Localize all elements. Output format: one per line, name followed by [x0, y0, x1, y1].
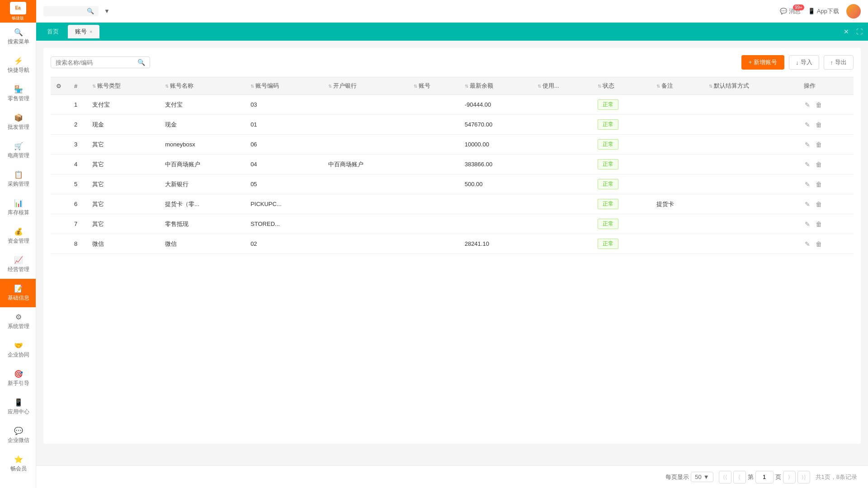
- sidebar-item-purchase[interactable]: 📋采购管理: [0, 165, 36, 193]
- page-next-btn[interactable]: ⟩: [783, 471, 796, 483]
- row-name: 零售抵现: [160, 214, 245, 234]
- col-usage[interactable]: ⇅使用...: [532, 77, 592, 95]
- sidebar-icon-basic-info: 📝: [14, 284, 23, 293]
- col-balance[interactable]: ⇅最新余额: [459, 77, 532, 95]
- sidebar-icon-quick-nav: ⚡: [14, 56, 23, 65]
- edit-button[interactable]: ✎: [804, 140, 811, 149]
- sidebar-item-search-menu[interactable]: 🔍搜索菜单: [0, 23, 36, 51]
- col-settings[interactable]: ⚙: [51, 77, 69, 95]
- sidebar-item-ecommerce[interactable]: 🛒电商管理: [0, 136, 36, 165]
- avatar[interactable]: [846, 4, 861, 19]
- page-first-btn[interactable]: ⟨⟨: [719, 471, 731, 483]
- search-input[interactable]: [56, 59, 135, 66]
- sidebar-item-retail[interactable]: 🏪零售管理: [0, 80, 36, 108]
- delete-button[interactable]: 🗑: [815, 160, 823, 169]
- row-code: 01: [245, 115, 323, 135]
- row-name: 大新银行: [160, 174, 245, 194]
- sidebar-item-app-center[interactable]: 📱应用中心: [0, 393, 36, 421]
- row-account: [408, 234, 459, 254]
- logo-text: 畅捷版: [12, 15, 24, 21]
- edit-button[interactable]: ✎: [804, 200, 811, 209]
- col-bank[interactable]: ⇅开户银行: [323, 77, 408, 95]
- sidebar-item-guide[interactable]: 🎯新手引导: [0, 364, 36, 393]
- edit-button[interactable]: ✎: [804, 180, 811, 189]
- delete-button[interactable]: 🗑: [815, 200, 823, 209]
- sidebar-item-system[interactable]: ⚙系统管理: [0, 307, 36, 336]
- toolbar: 🔍 + 新增账号 ↓ 导入 ↑ 导出: [51, 55, 854, 70]
- page-prev-btn[interactable]: ⟨: [733, 471, 746, 483]
- col-account[interactable]: ⇅账号: [408, 77, 459, 95]
- sidebar-item-inventory[interactable]: 📊库存核算: [0, 193, 36, 222]
- sidebar-item-basic-info[interactable]: 📝基础信息: [0, 279, 36, 307]
- delete-button[interactable]: 🗑: [815, 120, 823, 129]
- delete-button[interactable]: 🗑: [815, 100, 823, 109]
- page-size-select: 每页显示 50 ▼: [665, 472, 713, 482]
- import-button[interactable]: ↓ 导入: [789, 55, 819, 70]
- edit-button[interactable]: ✎: [804, 120, 811, 129]
- tab-account[interactable]: 账号 ×: [68, 25, 99, 38]
- delete-button[interactable]: 🗑: [815, 239, 823, 249]
- row-balance: 547670.00: [459, 115, 532, 135]
- add-account-button[interactable]: + 新增账号: [741, 55, 784, 70]
- message-button[interactable]: 💬 消息 99+: [780, 7, 801, 15]
- col-status[interactable]: ⇅状态: [592, 77, 651, 95]
- sidebar-label-wholesale: 批发管理: [8, 123, 29, 131]
- import-icon: ↓: [796, 59, 799, 66]
- delete-button[interactable]: 🗑: [815, 140, 823, 149]
- row-bank: [323, 214, 408, 234]
- row-settings: [51, 214, 69, 234]
- row-bank: [323, 194, 408, 214]
- edit-button[interactable]: ✎: [804, 239, 811, 249]
- sidebar-item-agreement[interactable]: 🤝企业协同: [0, 336, 36, 364]
- row-bank: [323, 115, 408, 135]
- row-usage: [532, 214, 592, 234]
- sidebar-item-operations[interactable]: 📈经营管理: [0, 250, 36, 279]
- tab-home[interactable]: 首页: [40, 25, 66, 38]
- row-balance: -90444.00: [459, 95, 532, 115]
- search-box[interactable]: 🔍: [51, 56, 150, 68]
- sidebar-label-ecommerce: 电商管理: [8, 152, 29, 160]
- header-dropdown[interactable]: ▼: [104, 8, 110, 14]
- tab-fullscreen-action[interactable]: ⛶: [854, 26, 864, 37]
- row-balance: 500.00: [459, 174, 532, 194]
- sidebar-item-wholesale[interactable]: 📦批发管理: [0, 108, 36, 136]
- col-type[interactable]: ⇅账号类型: [87, 77, 160, 95]
- edit-button[interactable]: ✎: [804, 220, 811, 229]
- page-input[interactable]: [755, 471, 774, 483]
- row-code: STORED...: [245, 214, 323, 234]
- page-size-dropdown[interactable]: 50 ▼: [691, 472, 713, 482]
- row-type: 其它: [87, 194, 160, 214]
- tab-close-action[interactable]: ✕: [842, 26, 851, 37]
- col-code[interactable]: ⇅账号编码: [245, 77, 323, 95]
- sidebar-item-quick-nav[interactable]: ⚡快捷导航: [0, 51, 36, 80]
- row-bank: [323, 135, 408, 155]
- row-bank: [323, 234, 408, 254]
- header-search[interactable]: 🔍: [43, 6, 99, 16]
- col-name[interactable]: ⇅账号名称: [160, 77, 245, 95]
- col-default-settle[interactable]: ⇅默认结算方式: [703, 77, 798, 95]
- page-last-btn[interactable]: ⟩⟩: [797, 471, 810, 483]
- tab-account-close[interactable]: ×: [90, 29, 92, 34]
- row-account: [408, 174, 459, 194]
- sidebar-item-vip[interactable]: ⭐畅会员: [0, 450, 36, 478]
- row-name: 现金: [160, 115, 245, 135]
- delete-button[interactable]: 🗑: [815, 180, 823, 189]
- sidebar-item-enterprise-wechat[interactable]: 💬企业微信: [0, 421, 36, 450]
- delete-button[interactable]: 🗑: [815, 220, 823, 229]
- row-default-settle: [703, 174, 798, 194]
- row-remark: [651, 155, 704, 174]
- row-remark: 提货卡: [651, 194, 704, 214]
- col-remark[interactable]: ⇅备注: [651, 77, 704, 95]
- export-icon: ↑: [830, 59, 834, 66]
- row-status: 正常: [592, 95, 651, 115]
- app-download-button[interactable]: 📱 App下载: [808, 7, 839, 15]
- tab-home-label: 首页: [47, 28, 59, 36]
- edit-button[interactable]: ✎: [804, 160, 811, 169]
- sidebar-item-finance[interactable]: 💰资金管理: [0, 222, 36, 250]
- search-icon[interactable]: 🔍: [137, 59, 145, 66]
- edit-button[interactable]: ✎: [804, 100, 811, 109]
- sidebar-icon-vip: ⭐: [14, 455, 23, 464]
- export-button[interactable]: ↑ 导出: [824, 55, 854, 70]
- table-row: 7 其它 零售抵现 STORED... 正常 ✎ 🗑: [51, 214, 854, 234]
- header-search-input[interactable]: [48, 8, 84, 14]
